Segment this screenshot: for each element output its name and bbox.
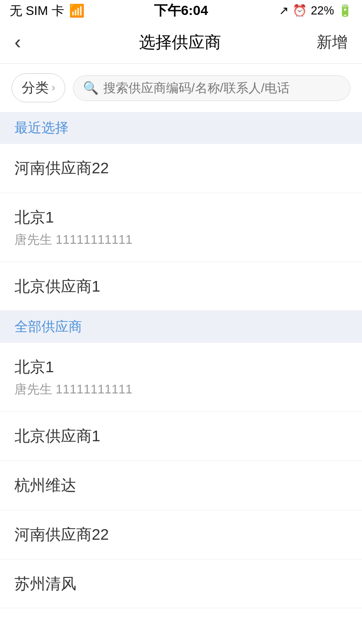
category-button[interactable]: 分类 › xyxy=(12,73,65,102)
status-left: 无 SIM 卡 📶 xyxy=(10,2,84,19)
all-section-header: 全部供应商 xyxy=(0,311,362,343)
recent-list: 河南供应商22北京1唐先生 11111111111北京供应商1 xyxy=(0,144,362,311)
list-item[interactable]: 北京供应商1 xyxy=(0,262,362,311)
filter-bar: 分类 › 🔍 xyxy=(0,64,362,112)
chevron-right-icon: › xyxy=(52,82,55,94)
list-item[interactable]: 杭州维达 xyxy=(0,461,362,510)
list-item[interactable]: 河南供应商22 xyxy=(0,510,362,560)
list-item[interactable]: 北京供应商1 xyxy=(0,412,362,461)
all-list: 北京1唐先生 11111111111北京供应商1杭州维达河南供应商22苏州清风 xyxy=(0,343,362,608)
recent-section-header: 最近选择 xyxy=(0,112,362,144)
list-item[interactable]: 苏州清风 xyxy=(0,560,362,609)
search-input[interactable] xyxy=(103,81,340,96)
sim-text: 无 SIM 卡 xyxy=(10,2,64,19)
item-name: 河南供应商22 xyxy=(14,524,348,546)
status-right: ↗ ⏰ 22% 🔋 xyxy=(279,4,352,17)
status-time: 下午6:04 xyxy=(154,1,208,20)
item-name: 北京1 xyxy=(14,356,348,378)
item-sub: 唐先生 11111111111 xyxy=(14,231,348,248)
search-box[interactable]: 🔍 xyxy=(73,75,350,101)
list-item[interactable]: 北京1唐先生 11111111111 xyxy=(0,343,362,412)
alarm-icon: ⏰ xyxy=(292,4,307,17)
status-bar: 无 SIM 卡 📶 下午6:04 ↗ ⏰ 22% 🔋 xyxy=(0,0,362,21)
back-button[interactable]: ‹ xyxy=(14,31,43,53)
add-button[interactable]: 新增 xyxy=(317,32,348,53)
battery-text: 22% xyxy=(311,4,334,17)
item-name: 北京供应商1 xyxy=(14,425,348,447)
battery-icon: 🔋 xyxy=(338,4,352,17)
item-name: 河南供应商22 xyxy=(14,157,348,179)
item-name: 苏州清风 xyxy=(14,573,348,595)
list-item[interactable]: 北京1唐先生 11111111111 xyxy=(0,193,362,262)
wifi-icon: 📶 xyxy=(69,3,84,18)
search-icon: 🔍 xyxy=(83,81,98,96)
list-item[interactable]: 河南供应商22 xyxy=(0,144,362,193)
item-name: 北京供应商1 xyxy=(14,276,348,297)
location-icon: ↗ xyxy=(279,4,289,17)
item-name: 杭州维达 xyxy=(14,475,348,496)
category-label: 分类 xyxy=(22,79,49,97)
page-title: 选择供应商 xyxy=(139,31,221,54)
item-name: 北京1 xyxy=(14,207,348,228)
item-sub: 唐先生 11111111111 xyxy=(14,381,348,398)
nav-bar: ‹ 选择供应商 新增 xyxy=(0,21,362,64)
